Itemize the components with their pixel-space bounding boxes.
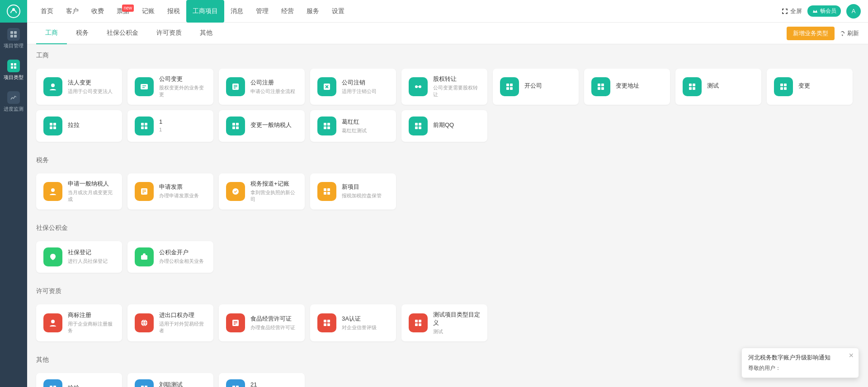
card-haha[interactable]: 哈哈 — [36, 373, 122, 387]
card-tax-report-accounting[interactable]: 税务报道+记账 拿到营业执照的新公司 — [219, 173, 305, 210]
apply-invoice-desc: 办理申请发票业务 — [159, 192, 206, 199]
legal-change-text: 法人变更 适用于公司变更法人 — [68, 79, 115, 95]
svg-rect-21 — [506, 87, 509, 90]
import-export-desc: 适用于对外贸易经营者 — [159, 321, 206, 335]
industrial-cards-grid: 法人变更 适用于公司变更法人 公司变更 股权变更外的业务变更 公司注册 — [27, 69, 868, 149]
open-company-title: 开公司 — [524, 82, 571, 90]
tab-tax[interactable]: 税务 — [67, 23, 98, 44]
haha-icon — [43, 379, 62, 387]
nav-accounting[interactable]: 记账 — [136, 0, 161, 23]
card-legal-change[interactable]: 法人变更 适用于公司变更法人 — [36, 69, 122, 105]
equity-transfer-title: 股权转让 — [433, 75, 480, 83]
nav-management[interactable]: 管理 — [250, 0, 275, 23]
one-text: 1 1 — [159, 118, 206, 133]
test-icon — [683, 77, 702, 96]
svg-rect-73 — [327, 320, 330, 322]
card-new-project[interactable]: 新项目 报税加税控盘保管 — [310, 173, 396, 210]
nav-service[interactable]: 服务 — [300, 0, 326, 23]
section-tax-title: 税务 — [36, 156, 859, 164]
card-import-export[interactable]: 进出口权办理 适用于对外贸易经营者 — [127, 304, 213, 341]
nav-operation[interactable]: 经营 — [275, 0, 300, 23]
fullscreen-btn[interactable]: 全屏 — [781, 7, 802, 15]
svg-rect-34 — [784, 87, 787, 90]
sidebar-item-progress-monitor[interactable]: 进度监测 — [0, 86, 27, 117]
test-project-type-desc: 测试 — [433, 328, 480, 335]
card-test[interactable]: 测试 — [675, 69, 761, 105]
card-equity-transfer[interactable]: 股权转让 公司变更需要股权转让 — [401, 69, 487, 105]
nav-tax[interactable]: 报税 — [161, 0, 186, 23]
svg-rect-50 — [327, 126, 330, 129]
change-icon — [774, 77, 793, 96]
new-type-button[interactable]: 新增业务类型 — [787, 27, 835, 40]
card-change-taxpayer[interactable]: 变更一般纳税人 — [219, 110, 305, 142]
trademark-text: 商标注册 用于企业商标注册服务 — [68, 311, 115, 335]
nav-client[interactable]: 客户 — [60, 0, 85, 23]
svg-rect-61 — [324, 188, 326, 191]
equity-transfer-icon — [409, 77, 428, 96]
apply-general-taxpayer-text: 申请一般纳税人 当月或次月成变更完成 — [68, 180, 115, 203]
sidebar-item-project-type[interactable]: 项目类型 — [0, 54, 27, 86]
card-apply-invoice[interactable]: 申请发票 办理申请发票业务 — [127, 173, 213, 210]
ge-honghong-text: 葛红红 葛红红测试 — [342, 118, 389, 134]
svg-rect-26 — [601, 87, 604, 90]
tab-industry[interactable]: 工商 — [36, 23, 67, 44]
svg-point-18 — [419, 85, 421, 88]
card-change-address[interactable]: 变更地址 — [584, 69, 670, 105]
sidebar-item-project-mgmt[interactable]: 项目管理 — [0, 23, 27, 54]
company-cancel-text: 公司注销 适用于注销公司 — [342, 79, 389, 95]
card-qianqi-qq[interactable]: 前期QQ — [401, 110, 487, 142]
vip-icon — [812, 8, 818, 14]
svg-rect-22 — [510, 87, 513, 90]
food-license-desc: 办理食品经营许可证 — [250, 324, 297, 331]
svg-rect-47 — [324, 123, 326, 126]
tab-bar: 工商 税务 社保公积金 许可资质 其他 新增业务类型 刷新 — [27, 23, 868, 44]
card-social-register[interactable]: 社保登记 进行人员社保登记 — [36, 241, 122, 273]
svg-rect-5 — [14, 35, 17, 37]
tab-social-fund[interactable]: 社保公积金 — [98, 23, 147, 44]
card-trademark[interactable]: 商标注册 用于企业商标注册服务 — [36, 304, 122, 341]
svg-rect-4 — [10, 35, 13, 37]
change-taxpayer-text: 变更一般纳税人 — [250, 121, 297, 131]
nav-billing[interactable]: 收费 — [85, 0, 110, 23]
svg-rect-42 — [145, 126, 147, 129]
company-change-desc: 股权变更外的业务变更 — [159, 84, 206, 98]
card-company-cancel[interactable]: 公司注销 适用于注销公司 — [310, 69, 396, 105]
nav-ticket[interactable]: 票据 new — [110, 0, 136, 23]
card-change[interactable]: 变更 — [767, 69, 853, 105]
refresh-button[interactable]: 刷新 — [839, 29, 859, 37]
svg-rect-38 — [53, 126, 56, 129]
nav-settings[interactable]: 设置 — [326, 0, 351, 23]
notification-popup: ✕ 河北税务数字账户升级影响通知 尊敬的用户： — [741, 348, 859, 378]
tab-license[interactable]: 许可资质 — [147, 23, 191, 44]
twenty-one-icon — [226, 379, 245, 387]
card-ge-honghong[interactable]: 葛红红 葛红红测试 — [310, 110, 396, 142]
card-apply-general-taxpayer[interactable]: 申请一般纳税人 当月或次月成变更完成 — [36, 173, 122, 210]
card-one[interactable]: 1 1 — [127, 110, 213, 142]
company-change-title: 公司变更 — [159, 75, 206, 83]
card-lala[interactable]: 拉拉 — [36, 110, 122, 142]
nav-message[interactable]: 消息 — [224, 0, 250, 23]
user-avatar[interactable]: A — [846, 4, 861, 19]
card-3a-cert[interactable]: 3A认证 对企业信誉评级 — [310, 304, 396, 341]
card-food-license[interactable]: 食品经营许可证 办理食品经营许可证 — [219, 304, 305, 341]
card-liu-cou-test[interactable]: 刘聪测试 测试 — [127, 373, 213, 387]
svg-rect-2 — [10, 31, 13, 34]
card-test-project-type[interactable]: 测试项目类型目定义 测试 — [401, 304, 487, 341]
import-export-icon — [135, 313, 154, 332]
card-company-register[interactable]: 公司注册 申请公司注册全流程 — [219, 69, 305, 105]
license-cards-grid: 商标注册 用于企业商标注册服务 进出口权办理 适用于对外贸易经营者 食品经营 — [27, 304, 868, 349]
vip-btn[interactable]: 畅会员 — [807, 5, 841, 17]
card-company-change[interactable]: 公司变更 股权变更外的业务变更 — [127, 69, 213, 105]
nav-home[interactable]: 首页 — [34, 0, 60, 23]
3a-cert-desc: 对企业信誉评级 — [342, 324, 389, 331]
notification-close-btn[interactable]: ✕ — [849, 352, 854, 359]
card-twenty-one[interactable]: 21 1 — [219, 373, 305, 387]
test-text: 测试 — [707, 82, 754, 91]
sidebar-logo[interactable] — [0, 0, 27, 23]
equity-transfer-text: 股权转让 公司变更需要股权转让 — [433, 75, 480, 98]
svg-rect-40 — [145, 123, 147, 126]
card-open-company[interactable]: 开公司 — [493, 69, 579, 105]
nav-industrial[interactable]: 工商项目 — [186, 0, 224, 23]
tab-other[interactable]: 其他 — [191, 23, 222, 44]
card-fund-open[interactable]: 公积金开户 办理公积金相关业务 — [127, 241, 213, 273]
